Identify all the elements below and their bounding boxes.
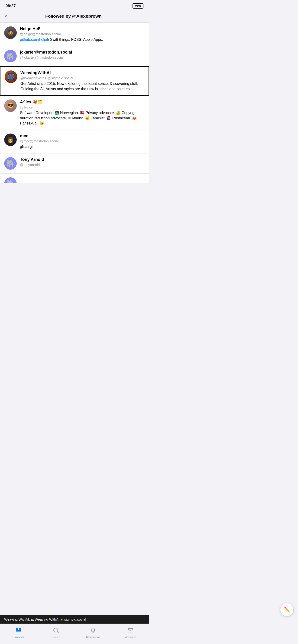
- list-item[interactable]: 🎆 WeavingWithAI @WeavingWithAI@sigmoid.s…: [0, 66, 149, 96]
- display-name: A:\lex 🦊🗂️: [20, 100, 145, 104]
- bio: glitch girl: [20, 144, 145, 149]
- list-item[interactable]: 👩 mcc @mcc@mastodon.social glitch girl: [0, 130, 149, 153]
- user-info: WeavingWithAI @WeavingWithAI@sigmoid.soc…: [21, 70, 144, 92]
- bio: Software Developer. 👨‍💻 Norwegian. 🇳🇴 Pr…: [20, 110, 145, 126]
- bio: github.com/helje5 Swift things, FOSS, Ap…: [20, 37, 145, 42]
- display-name: jckarter@mastodon.social: [20, 50, 145, 55]
- handle: @mcc@mastodon.social: [20, 139, 145, 143]
- user-list: 🧔 Helge Heß @helge@mastodon.social githu…: [0, 23, 149, 220]
- handle: @WeavingWithAI@sigmoid.social: [21, 76, 144, 80]
- avatar: 🐘: [4, 177, 17, 183]
- page-title: Followed by @Alexbbrown: [11, 14, 136, 19]
- bio: GenArtist since 2015. Now exploring the …: [21, 81, 144, 92]
- list-item[interactable]: 😎 A:\lex 🦊🗂️ @ilyvion Software Developer…: [0, 96, 149, 130]
- avatar: 😎: [4, 100, 17, 112]
- avatar: 🐘: [4, 157, 17, 170]
- handle: @ilyvion: [20, 105, 145, 109]
- status-time: 08:27: [6, 4, 16, 8]
- handle: @jckarter@mastodon.social: [20, 56, 145, 59]
- avatar: 🧔: [4, 26, 17, 39]
- avatar: 🐘: [4, 50, 17, 62]
- user-info: Helge Heß @helge@mastodon.social github.…: [20, 26, 145, 42]
- display-name: Helge Heß: [20, 26, 145, 31]
- display-name: mcc: [20, 134, 145, 138]
- handle: @helge@mastodon.social: [20, 32, 145, 36]
- bio-link[interactable]: github.com/helje5: [20, 38, 49, 42]
- back-button[interactable]: <: [5, 13, 8, 19]
- nav-header: < Followed by @Alexbbrown: [0, 11, 149, 23]
- user-info: Tony Arnold @tonyarnold: [20, 157, 145, 168]
- status-bar: 08:27 VPN: [0, 0, 149, 11]
- avatar: 🎆: [5, 70, 17, 83]
- list-item[interactable]: 🐘 Tony Arnold @tonyarnold: [0, 154, 149, 174]
- list-item[interactable]: 🐘 jckarter@mastodon.social @jckarter@mas…: [0, 46, 149, 66]
- vpn-badge: VPN: [133, 3, 143, 8]
- user-info: jckarter@mastodon.social @jckarter@masto…: [20, 50, 145, 60]
- display-name: WeavingWithAI: [21, 70, 144, 75]
- list-item[interactable]: 🧔 Helge Heß @helge@mastodon.social githu…: [0, 23, 149, 46]
- user-info: mcc @mcc@mastodon.social glitch girl: [20, 134, 145, 149]
- avatar: 👩: [4, 134, 17, 146]
- handle: @tonyarnold: [20, 163, 145, 167]
- display-name: Tony Arnold: [20, 157, 145, 162]
- user-info: A:\lex 🦊🗂️ @ilyvion Software Developer. …: [20, 100, 145, 126]
- list-item[interactable]: 🐘: [0, 174, 149, 183]
